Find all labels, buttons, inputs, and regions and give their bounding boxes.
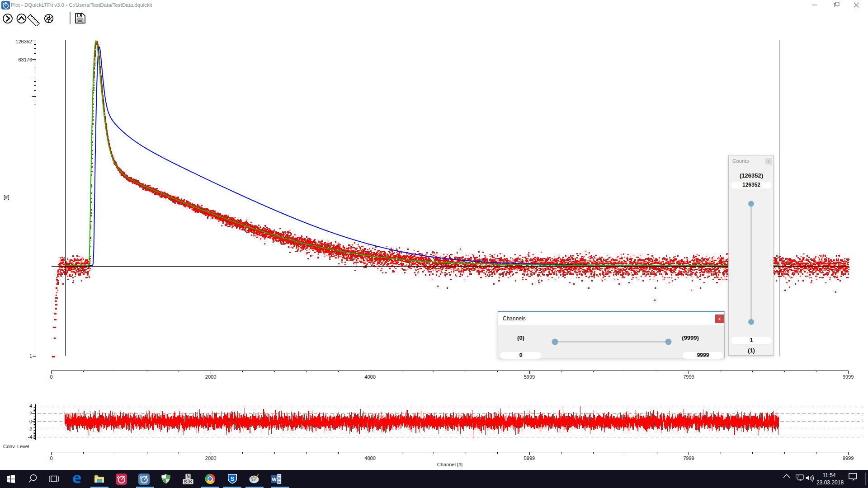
svg-text:S: S [184,479,187,484]
svg-text:[#]: [#] [4,194,9,200]
svg-text:W: W [272,477,277,482]
svg-text:5999: 5999 [524,455,535,461]
svg-text:2: 2 [29,411,32,416]
svg-text:9999: 9999 [843,455,854,461]
svg-text:0: 0 [50,374,52,380]
svg-text:-4: -4 [28,434,32,440]
svg-text:2000: 2000 [205,455,216,461]
svg-text:126352: 126352 [15,39,32,44]
svg-text:7999: 7999 [683,374,694,380]
svg-text:4000: 4000 [364,455,375,461]
svg-text:4000: 4000 [364,374,375,380]
svg-text:9999: 9999 [843,374,854,380]
svg-text:Channel [#]: Channel [#] [437,462,462,467]
svg-text:N: N [186,474,189,479]
svg-text:0: 0 [29,419,32,424]
svg-text:1: 1 [29,353,32,359]
svg-text:K: K [189,479,193,484]
svg-text:7999: 7999 [683,455,694,461]
svg-text:63176: 63176 [18,57,32,62]
svg-text:2000: 2000 [205,374,216,380]
svg-text:5999: 5999 [524,374,535,380]
svg-text:4: 4 [29,403,32,408]
svg-text:-2: -2 [28,427,32,432]
svg-text:S: S [231,475,235,482]
svg-text:0: 0 [50,455,52,461]
svg-text:Conv. Level: Conv. Level [3,444,29,449]
